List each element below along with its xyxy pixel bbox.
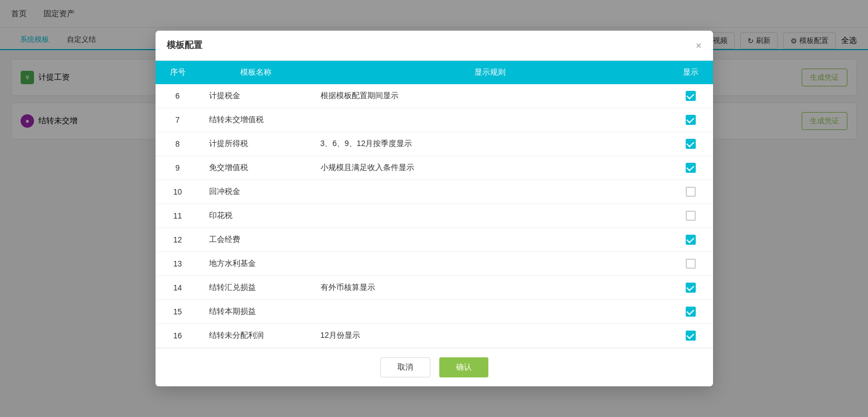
checkbox-unchecked[interactable] [686, 211, 696, 221]
cell-name: 地方水利基金 [200, 252, 312, 276]
table-row: 16结转未分配利润12月份显示 [156, 324, 713, 348]
cell-display [668, 300, 713, 324]
table-scroll-container[interactable]: 序号 模板名称 显示规则 显示 6计提税金根据模板配置期间显示7结转未交增值税8… [156, 61, 713, 348]
cell-id: 16 [156, 324, 200, 348]
cell-id: 9 [156, 156, 200, 180]
modal-close-button[interactable]: × [696, 41, 702, 51]
cell-rule: 12月份显示 [312, 324, 668, 348]
table-row: 13地方水利基金 [156, 252, 713, 276]
cell-name: 印花税 [200, 204, 312, 228]
cell-id: 7 [156, 108, 200, 132]
config-table: 序号 模板名称 显示规则 显示 6计提税金根据模板配置期间显示7结转未交增值税8… [156, 61, 713, 348]
checkbox-checked[interactable] [686, 283, 696, 293]
table-header: 序号 模板名称 显示规则 显示 [156, 61, 713, 84]
checkbox-checked[interactable] [686, 235, 696, 245]
cell-id: 12 [156, 228, 200, 252]
cancel-button[interactable]: 取消 [380, 357, 430, 377]
cell-display [668, 324, 713, 348]
cell-name: 计提税金 [200, 84, 312, 108]
modal-overlay: 模板配置 × 序号 模板名称 显示规则 显示 6计提税金根据模板配置期间显 [0, 0, 868, 417]
cell-name: 结转汇兑损益 [200, 276, 312, 300]
cell-name: 结转本期损益 [200, 300, 312, 324]
cell-name: 计提所得税 [200, 132, 312, 156]
checkbox-checked[interactable] [686, 163, 696, 173]
table-row: 9免交增值税小规模且满足收入条件显示 [156, 156, 713, 180]
modal-title: 模板配置 [167, 40, 202, 51]
cell-display [668, 252, 713, 276]
checkbox-checked[interactable] [686, 139, 696, 149]
cell-name: 免交增值税 [200, 156, 312, 180]
cell-id: 13 [156, 252, 200, 276]
col-header-rule: 显示规则 [312, 61, 668, 84]
cell-id: 11 [156, 204, 200, 228]
checkbox-checked[interactable] [686, 331, 696, 341]
table-row: 15结转本期损益 [156, 300, 713, 324]
cell-name: 回冲税金 [200, 180, 312, 204]
cell-rule [312, 180, 668, 204]
cell-display [668, 180, 713, 204]
cell-display [668, 84, 713, 108]
table-row: 6计提税金根据模板配置期间显示 [156, 84, 713, 108]
col-header-id: 序号 [156, 61, 200, 84]
table-row: 11印花税 [156, 204, 713, 228]
cell-display [668, 132, 713, 156]
checkbox-unchecked[interactable] [686, 187, 696, 197]
checkbox-checked[interactable] [686, 115, 696, 125]
col-header-name: 模板名称 [200, 61, 312, 84]
table-body: 6计提税金根据模板配置期间显示7结转未交增值税8计提所得税3、6、9、12月按季… [156, 84, 713, 348]
cell-id: 14 [156, 276, 200, 300]
cell-id: 6 [156, 84, 200, 108]
cell-rule [312, 252, 668, 276]
col-header-display: 显示 [668, 61, 713, 84]
checkbox-checked[interactable] [686, 307, 696, 317]
cell-name: 结转未交增值税 [200, 108, 312, 132]
modal-body: 序号 模板名称 显示规则 显示 6计提税金根据模板配置期间显示7结转未交增值税8… [156, 61, 713, 348]
header-row: 序号 模板名称 显示规则 显示 [156, 61, 713, 84]
cell-name: 结转未分配利润 [200, 324, 312, 348]
cell-rule [312, 300, 668, 324]
checkbox-checked[interactable] [686, 91, 696, 101]
cell-rule [312, 228, 668, 252]
table-row: 12工会经费 [156, 228, 713, 252]
table-row: 10回冲税金 [156, 180, 713, 204]
table-row: 14结转汇兑损益有外币核算显示 [156, 276, 713, 300]
cell-rule: 有外币核算显示 [312, 276, 668, 300]
cell-display [668, 204, 713, 228]
cell-name: 工会经费 [200, 228, 312, 252]
checkbox-unchecked[interactable] [686, 259, 696, 269]
cell-id: 15 [156, 300, 200, 324]
cell-rule [312, 204, 668, 228]
table-row: 8计提所得税3、6、9、12月按季度显示 [156, 132, 713, 156]
cell-rule: 3、6、9、12月按季度显示 [312, 132, 668, 156]
cell-id: 10 [156, 180, 200, 204]
modal-dialog: 模板配置 × 序号 模板名称 显示规则 显示 6计提税金根据模板配置期间显 [156, 31, 713, 386]
table-row: 7结转未交增值税 [156, 108, 713, 132]
modal-header: 模板配置 × [156, 31, 713, 61]
cell-id: 8 [156, 132, 200, 156]
cell-display [668, 108, 713, 132]
cell-rule [312, 108, 668, 132]
cell-display [668, 156, 713, 180]
confirm-button[interactable]: 确认 [439, 357, 488, 377]
cell-rule: 根据模板配置期间显示 [312, 84, 668, 108]
cell-display [668, 276, 713, 300]
modal-footer: 取消 确认 [156, 348, 713, 386]
cell-display [668, 228, 713, 252]
cell-rule: 小规模且满足收入条件显示 [312, 156, 668, 180]
